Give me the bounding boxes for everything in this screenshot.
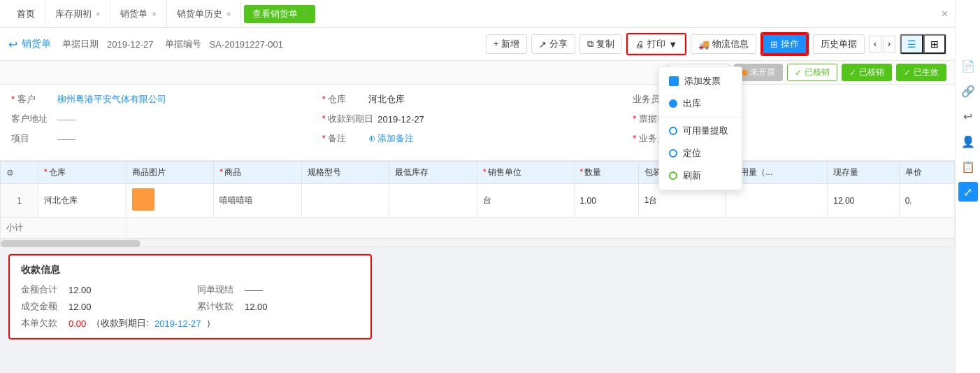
list-view-button[interactable]: ☰ [900,34,923,54]
form-row-2: 客户地址 —— 收款到期日 2019-12-27 票据类型 不开票 [11,113,944,125]
deal-amount: 成交金额 12.00 [21,300,183,313]
sidebar-user-icon[interactable]: 👤 [958,132,978,151]
sidebar-doc-icon[interactable]: 📄 [958,56,978,76]
subtotal-values [126,218,954,239]
add-note-button[interactable]: ⊕ 添加备注 [368,132,415,145]
toolbar-actions: + 新增 ↗ 分享 ⧉ 复制 🖨 打印 ▼ 🚚 物流信息 [486,32,946,56]
form-area: 客户 柳州粤港平安气体有限公司 仓库 河北仓库 业务员 演示账号 客户地址 ——… [0,85,955,161]
col-warehouse: *仓库 [38,162,127,184]
col-stock: 现存量 [828,162,899,184]
address-value: —— [57,114,75,125]
settings-icon[interactable]: ⚙ [6,168,14,178]
horizontal-scrollbar[interactable] [0,239,955,247]
tab-inventory[interactable]: 库存期初 × [45,0,110,27]
project-value: —— [57,134,75,144]
invoice-status-dot [742,70,747,76]
col-settings[interactable]: ⚙ [1,162,38,184]
share-button[interactable]: ↗ 分享 [531,34,575,54]
payment-section: 收款信息 金额合计 12.00 同单现结 —— 成交金额 12.00 累计收款 … [8,254,372,339]
tab-close-sales[interactable]: × [152,10,156,18]
void-button[interactable]: ✓ 已核销 [842,64,892,81]
cumulative-payment: 累计收款 12.00 [197,300,359,313]
void-icon: ✓ [849,68,856,78]
product-image [132,188,154,211]
logistics-icon: 🚚 [698,39,709,50]
dropdown-add-invoice[interactable]: 添加发票 [659,70,742,92]
warehouse-value: 河北仓库 [368,93,405,106]
tab-home[interactable]: 首页 [7,0,45,27]
due-amount: 本单欠款 0.00 （收款到期日: 2019-12-27 ） [21,317,359,330]
copy-icon: ⧉ [587,38,593,50]
effect-icon: ✓ [904,68,911,78]
add-note-icon: ⊕ [368,133,375,143]
prev-button[interactable]: ‹ [869,36,881,52]
sidebar-expand-icon[interactable]: ⤢ [958,182,978,202]
due-date: 2019-12-27 [154,318,201,329]
tab-bar: 首页 库存期初 × 销货单 × 销货单历史 × 查看销货单 × × [0,0,955,28]
next-button[interactable]: › [883,36,895,52]
same-order: 同单现结 —— [197,283,359,296]
tab-close-view[interactable]: × [302,10,306,18]
share-icon: ↗ [539,39,547,50]
verification-button[interactable]: ✓ 已核销 [787,64,837,81]
copy-button[interactable]: ⧉ 复制 [579,34,622,54]
row-product: 嘻嘻嘻嘻 [214,184,302,218]
toolbar: ↩ 销货单 单据日期 2019-12-27 单据编号 SA-20191227-0… [0,28,955,61]
refresh-icon [669,171,677,180]
subtotal-label: 小计 [1,218,127,239]
sub-toolbar: 📱 来自手机 未开票 ✓ 已核销 ✓ 已核销 ✓ 已生效 [0,61,955,85]
col-image: 商品图片 [126,162,214,184]
print-button[interactable]: 🖨 打印 ▼ [628,34,685,54]
tab-view-sales[interactable]: 查看销货单 × [244,5,315,23]
due-note: （收款到期日: [92,317,149,330]
close-all-tabs[interactable]: × [942,8,948,20]
add-button[interactable]: + 新增 [486,34,527,54]
sidebar-link-icon[interactable]: 🔗 [958,81,978,101]
dropdown-locate[interactable]: 定位 [659,142,742,164]
subtotal-row: 小计 [1,218,955,239]
right-sidebar: 📄 🔗 ↩ 👤 📋 ⤢ [955,0,980,353]
tab-history[interactable]: 销货单历史 × [167,0,241,27]
due-note-end: ） [206,317,215,330]
tab-close-inventory[interactable]: × [96,10,100,18]
tab-close-history[interactable]: × [226,10,231,18]
outbound-icon [669,99,677,108]
row-quantity: 1.00 [574,184,638,218]
row-num-1: 1 [1,184,38,218]
tab-sales[interactable]: 销货单 × [110,0,166,27]
scroll-thumb[interactable] [1,240,140,247]
sidebar-return-icon[interactable]: ↩ [958,106,978,126]
add-invoice-icon [669,76,679,86]
customer-group: 客户 柳州粤港平安气体有限公司 [11,93,322,106]
dropdown-outbound[interactable]: 出库 [659,92,742,115]
payment-grid: 金额合计 12.00 同单现结 —— 成交金额 12.00 累计收款 12.00… [21,283,359,330]
customer-value[interactable]: 柳州粤港平安气体有限公司 [57,93,166,106]
doc-num-meta: 单据编号 SA-20191227-001 [165,38,284,50]
history-button[interactable]: 历史单据 [813,34,865,54]
dropdown-refresh[interactable]: 刷新 [659,164,742,187]
operate-button[interactable]: ⊞ 操作 [762,34,807,55]
col-product: *商品 [214,162,302,184]
dropdown-avail-extract[interactable]: 可用量提取 [659,120,742,142]
row-min-stock [389,184,477,218]
warehouse-group: 仓库 河北仓库 [322,93,633,106]
operate-dropdown: 添加发票 出库 可用量提取 定位 刷新 [658,66,742,190]
note-group: 备注 ⊕ 添加备注 [322,132,633,145]
grid-view-button[interactable]: ⊞ [923,34,946,54]
row-unit: 台 [477,184,575,218]
address-group: 客户地址 —— [11,113,322,125]
sidebar-clipboard-icon[interactable]: 📋 [958,157,978,176]
product-table: ⚙ *仓库 商品图片 *商品 规格型号 最低库存 *销售单位 *数量 包装数量 … [0,161,955,247]
row-price: 0. [899,184,954,218]
operate-button-container: ⊞ 操作 [761,32,809,56]
check-icon: ✓ [795,68,802,78]
cumulative-value: 12.00 [245,302,268,312]
deal-value: 12.00 [69,302,92,312]
due-value: 0.00 [69,318,86,329]
logistics-button[interactable]: 🚚 物流信息 [691,34,756,54]
effect-button[interactable]: ✓ 已生效 [896,64,946,81]
due-date-value: 2019-12-27 [377,114,424,125]
row-spec [301,184,389,218]
print-button-container: 🖨 打印 ▼ [626,33,686,55]
operate-icon: ⊞ [770,39,778,50]
